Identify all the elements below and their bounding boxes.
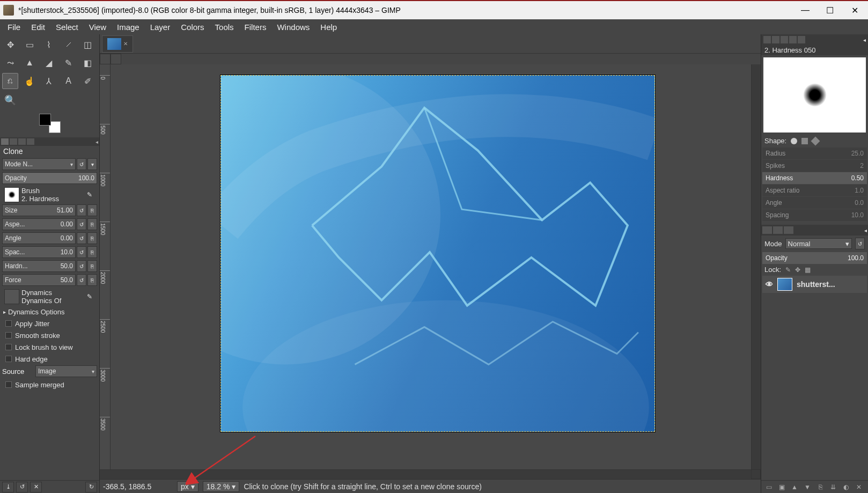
hardness-link[interactable]: ⎘ [87,260,97,272]
tab-images[interactable] [27,138,34,145]
eraser-tool[interactable]: ◧ [80,55,96,71]
smooth-stroke-check[interactable]: Smooth stroke [2,329,97,341]
fg-color-swatch[interactable] [39,114,51,126]
visibility-eye-icon[interactable]: 👁 [766,280,773,289]
delete-preset-button[interactable]: ✕ [30,482,42,492]
aspect-slider[interactable]: Aspe...0.00 [2,218,76,230]
angle-slider[interactable]: Angle0.00 [2,232,76,244]
canvas-image[interactable] [220,75,655,432]
layer-opacity-slider[interactable]: Opacity 100.0 [762,252,867,264]
brush-radius-slider[interactable]: Radius25.0 [762,148,867,159]
layer-name[interactable]: shutterst... [797,280,835,289]
menu-select[interactable]: Select [50,20,84,34]
quickmask-toggle[interactable] [100,469,111,479]
force-reset[interactable]: ↺ [77,274,86,286]
spacing-reset[interactable]: ↺ [77,246,86,258]
menu-filters[interactable]: Filters [239,20,272,34]
tab-history[interactable] [789,36,797,43]
mode-menu-button[interactable]: ▾ [87,158,97,170]
minimize-button[interactable]: — [800,5,810,15]
dynamics-options-expand[interactable]: ▸Dynamics Options [2,306,97,318]
tab-brush-editor[interactable] [798,36,805,43]
color-picker-tool[interactable]: ✐ [80,73,96,89]
menu-view[interactable]: View [84,20,112,34]
gradient-tool[interactable]: ◢ [41,55,57,71]
maximize-button[interactable]: ☐ [825,5,835,15]
nav-preview-button[interactable] [751,469,761,479]
mode-combo[interactable]: Mode N... [2,158,76,170]
sample-merged-check[interactable]: Sample merged [2,379,97,391]
angle-link[interactable]: ⎘ [87,232,97,244]
angle-reset[interactable]: ↺ [77,232,86,244]
merge-down-button[interactable]: ⇊ [828,482,838,492]
raise-layer-button[interactable]: ▲ [789,482,800,492]
force-link[interactable]: ⎘ [87,274,97,286]
mask-button[interactable]: ◐ [841,482,851,492]
brush-angle-slider[interactable]: Angle0.0 [762,197,867,209]
aspect-link[interactable]: ⎘ [87,218,97,230]
bucket-fill-tool[interactable]: ▲ [21,55,38,71]
shape-square[interactable] [801,138,808,144]
lock-brush-check[interactable]: Lock brush to view [2,341,97,353]
tool-options-tabs[interactable]: ◂ [0,137,99,146]
tab-brushes[interactable] [763,36,771,43]
close-tab-icon[interactable]: ✕ [123,41,128,47]
brush-selector[interactable]: Brush 2. Hardness ✎ [2,186,97,204]
shape-circle[interactable] [791,138,797,144]
rect-select-tool[interactable]: ▭ [21,36,38,53]
menu-file[interactable]: File [2,20,26,34]
brush-aspect-ratio-slider[interactable]: Aspect ratio1.0 [762,185,867,196]
tab-paths[interactable] [784,226,793,234]
tab-channels[interactable] [773,226,783,234]
chevron-left-icon[interactable]: ◂ [863,37,866,43]
ruler-corner[interactable] [100,54,111,64]
menu-help[interactable]: Help [315,20,342,34]
opacity-slider[interactable]: Opacity 100.0 [2,172,97,184]
image-tab[interactable]: ✕ [102,35,133,53]
spacing-slider[interactable]: Spac...10.0 [2,246,76,258]
size-link[interactable]: ⎘ [87,204,97,216]
free-select-tool[interactable]: ⌇ [41,36,57,53]
layer-mode-combo[interactable]: Normal▾ [785,238,852,249]
tab-fonts[interactable] [781,36,788,43]
chevron-left-icon[interactable]: ◂ [864,227,867,233]
menu-tools[interactable]: Tools [210,20,239,34]
hard-edge-check[interactable]: Hard edge [2,353,97,365]
save-preset-button[interactable]: ⤓ [2,482,14,492]
menu-colors[interactable]: Colors [175,20,209,34]
delete-layer-button[interactable]: ✕ [854,482,864,492]
lower-layer-button[interactable]: ▼ [802,482,813,492]
brush-edit-button[interactable]: ✎ [84,189,95,200]
menu-image[interactable]: Image [112,20,145,34]
new-group-button[interactable]: ▣ [776,482,787,492]
tab-tool-options[interactable] [1,138,9,145]
size-reset[interactable]: ↺ [77,204,86,216]
brush-spikes-slider[interactable]: Spikes2 [762,160,867,172]
smudge-tool[interactable]: ☝ [21,73,38,89]
tab-layers[interactable] [762,226,772,234]
dynamics-selector[interactable]: Dynamics Dynamics Of ✎ [2,288,97,306]
text-tool[interactable]: A [61,73,77,89]
hardness-reset[interactable]: ↺ [77,260,86,272]
menu-layer[interactable]: Layer [145,20,176,34]
hardness-slider[interactable]: Hardn...50.0 [2,260,76,272]
chevron-left-icon[interactable]: ◂ [95,139,98,145]
lock-alpha-icon[interactable]: ▦ [805,266,811,274]
move-tool[interactable]: ✥ [2,36,18,53]
reset-tool-button[interactable]: ↻ [85,482,97,492]
path-tool[interactable]: ⅄ [41,73,57,89]
aspect-reset[interactable]: ↺ [77,218,86,230]
warp-tool[interactable]: ⤳ [2,55,18,71]
horizontal-scrollbar[interactable] [111,469,751,479]
new-layer-button[interactable]: ▭ [763,482,774,492]
source-combo[interactable]: Image [35,365,97,377]
zoom-selector[interactable]: 18.2 % ▾ [203,481,240,492]
menu-edit[interactable]: Edit [26,20,50,34]
brush-hardness-slider[interactable]: Hardness0.50 [762,172,867,184]
vertical-scrollbar[interactable] [751,64,761,469]
duplicate-layer-button[interactable]: ⎘ [815,482,826,492]
lock-position-icon[interactable]: ✥ [795,266,800,274]
layer-row[interactable]: 👁 shutterst... [762,276,867,293]
clone-tool[interactable]: ⎌ [2,73,18,89]
crop-tool[interactable]: ⟋ [61,36,77,53]
